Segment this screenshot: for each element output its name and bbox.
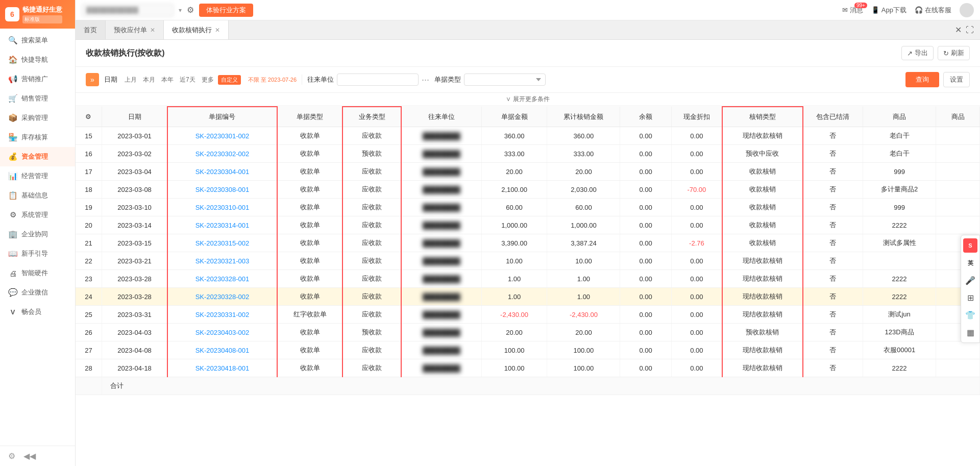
bill-no-link[interactable]: SK-20230301-002: [195, 132, 250, 140]
date-btn-lastmonth[interactable]: 上月: [122, 75, 139, 85]
sidebar-label-guide: 新手引导: [21, 249, 48, 258]
bill-no-link[interactable]: SK-20230408-001: [195, 347, 250, 354]
cell-balance: 0.00: [620, 181, 671, 199]
cell-balance: 0.00: [620, 270, 671, 288]
partner-dots[interactable]: ···: [422, 75, 429, 85]
partner-input[interactable]: [337, 73, 419, 86]
query-btn[interactable]: 查询: [905, 72, 939, 87]
sidebar-item-basic[interactable]: 📋 基础信息: [0, 186, 75, 205]
float-item-mic[interactable]: 🎤: [963, 273, 977, 287]
cell-bill-no: SK-20230304-001: [167, 163, 277, 181]
cell-bill-type: 收款单: [277, 270, 343, 288]
cell-verified: 100.00: [547, 341, 620, 359]
hardware-icon: 🖨: [8, 268, 17, 278]
app-download-btn[interactable]: 📱 App下载: [871, 6, 906, 15]
float-item-grid[interactable]: ⊞: [963, 290, 977, 305]
cell-partner: ████████: [401, 270, 481, 288]
collapse-icon[interactable]: ◀◀: [23, 451, 36, 461]
bill-no-link[interactable]: SK-20230314-001: [195, 222, 250, 229]
date-btn-thismonth[interactable]: 本月: [141, 75, 157, 85]
system-icon: ⚙: [8, 210, 17, 219]
sidebar-item-finance[interactable]: 💰 资金管理: [0, 147, 75, 166]
float-item-text[interactable]: 英: [963, 256, 977, 270]
cell-product2: [936, 181, 980, 199]
date-custom-btn[interactable]: 自定义: [218, 75, 241, 85]
filter-toggle-btn[interactable]: »: [86, 73, 99, 86]
sidebar-item-purchase[interactable]: 📦 采购管理: [0, 108, 75, 128]
th-settings[interactable]: ⚙: [76, 107, 102, 127]
sidebar-item-corp[interactable]: 🏢 企业协同: [0, 225, 75, 244]
th-discount: 现金折扣: [671, 107, 722, 127]
user-avatar[interactable]: [960, 3, 974, 17]
tab-collection[interactable]: 收款核销执行 ✕: [164, 20, 229, 39]
tab-maximize-icon[interactable]: ⛶: [966, 26, 974, 35]
cell-verify-type: 预收中应收: [722, 145, 802, 163]
bill-no-link[interactable]: SK-20230418-001: [195, 364, 250, 372]
sidebar-item-search[interactable]: 🔍 搜索菜单: [0, 31, 75, 50]
expand-conditions-btn[interactable]: ∨ 展开更多条件: [506, 95, 549, 103]
table-row: 21 2023-03-15 SK-20230315-002 收款单 应收款 ██…: [76, 234, 980, 252]
date-btn-7days[interactable]: 近7天: [178, 75, 198, 85]
filter-settings-btn[interactable]: 设置: [943, 72, 970, 87]
sidebar-item-marketing[interactable]: 📢 营销推广: [0, 69, 75, 89]
refresh-btn[interactable]: ↻ 刷新: [938, 46, 970, 60]
bill-no-link[interactable]: SK-20230321-003: [195, 257, 250, 265]
sidebar-item-sales[interactable]: 🛒 销售管理: [0, 89, 75, 108]
sales-icon: 🛒: [8, 94, 17, 103]
cell-bill-type: 红字收款单: [277, 306, 343, 324]
cell-discount: 0.00: [671, 341, 722, 359]
bill-no-link[interactable]: SK-20230302-002: [195, 150, 250, 158]
page-header: 收款核销执行(按收款) ↗ 导出 ↻ 刷新: [76, 40, 980, 67]
sidebar-item-guide[interactable]: 📖 新手引导: [0, 244, 75, 263]
float-item-apps[interactable]: ▦: [963, 325, 977, 339]
sidebar-item-operations[interactable]: 📊 经营管理: [0, 166, 75, 186]
bill-no-link[interactable]: SK-20230304-001: [195, 168, 250, 176]
nav-search-input[interactable]: [82, 4, 174, 17]
bill-no-link[interactable]: SK-20230328-002: [195, 293, 250, 301]
cell-product: 测试jun: [863, 306, 936, 324]
content-area: 收款核销执行(按收款) ↗ 导出 ↻ 刷新 » 日期 上月 本月 本年 近7天: [76, 40, 980, 466]
bill-no-link[interactable]: SK-20230310-001: [195, 204, 250, 211]
date-btns: 上月 本月 本年 近7天 更多 自定义: [122, 75, 241, 85]
tab-close-all-icon[interactable]: ✕: [955, 25, 962, 35]
solution-btn[interactable]: 体验行业方案: [199, 4, 253, 17]
sidebar-item-hardware[interactable]: 🖨 智能硬件: [0, 263, 75, 283]
sidebar-item-inventory[interactable]: 🏪 库存核算: [0, 128, 75, 147]
bill-no-link[interactable]: SK-20230315-002: [195, 239, 250, 247]
bill-type-select[interactable]: [464, 73, 546, 86]
topbar-gear-icon[interactable]: ⚙: [187, 5, 194, 15]
th-product: 商品: [863, 107, 936, 127]
date-btn-more[interactable]: 更多: [200, 75, 216, 85]
cell-partner: ████████: [401, 234, 481, 252]
cell-bill-type: 收款单: [277, 324, 343, 341]
bill-no-link[interactable]: SK-20230308-001: [195, 186, 250, 193]
bill-no-link[interactable]: SK-20230331-002: [195, 311, 250, 318]
tab-prepay[interactable]: 预收应付单 ✕: [106, 20, 164, 39]
export-btn[interactable]: ↗ 导出: [901, 46, 934, 60]
sidebar-label-finance: 资金管理: [21, 152, 48, 161]
search-icon: 🔍: [8, 36, 17, 45]
settings-bottom-icon[interactable]: ⚙: [8, 451, 15, 461]
cell-verified: 20.00: [547, 324, 620, 341]
cell-date: 2023-03-04: [102, 163, 167, 181]
bill-no-link[interactable]: SK-20230328-001: [195, 275, 250, 283]
date-btn-thisyear[interactable]: 本年: [159, 75, 176, 85]
sidebar-item-member[interactable]: V 畅会员: [0, 302, 75, 322]
sidebar-label-operations: 经营管理: [21, 171, 48, 181]
messages-btn[interactable]: ✉ 消息 99+: [842, 6, 863, 15]
table-row: 23 2023-03-28 SK-20230328-001 收款单 应收款 ██…: [76, 270, 980, 288]
float-logo[interactable]: S: [963, 238, 977, 253]
sidebar-item-system[interactable]: ⚙ 系统管理: [0, 205, 75, 225]
support-btn[interactable]: 🎧 在线客服: [915, 6, 951, 15]
float-item-shirt[interactable]: 👕: [963, 308, 977, 322]
bill-no-link[interactable]: SK-20230403-002: [195, 329, 250, 336]
sidebar-item-wechat[interactable]: 💬 企业微信: [0, 283, 75, 302]
nav-dropdown-icon[interactable]: ▾: [179, 7, 182, 14]
table-container[interactable]: ⚙ 日期 单据编号 单据类型 业务类型 往来单位 单据金额 累计核销金额 余额 …: [76, 106, 980, 466]
cell-verified: 1.00: [547, 288, 620, 306]
sidebar-item-quicknav[interactable]: 🏠 快捷导航: [0, 50, 75, 69]
tab-collection-close[interactable]: ✕: [215, 27, 220, 34]
cell-biz-type: 应收款: [342, 341, 401, 359]
tab-home[interactable]: 首页: [76, 20, 106, 39]
tab-prepay-close[interactable]: ✕: [150, 27, 155, 34]
